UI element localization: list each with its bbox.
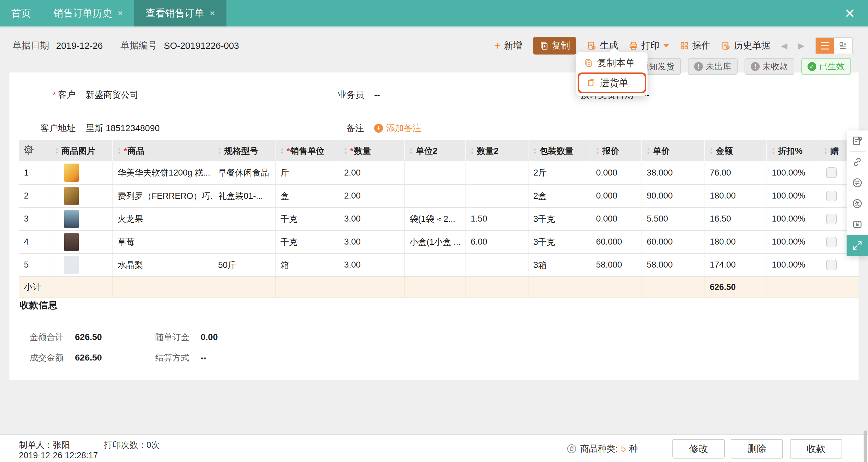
total-amount-label: 金额合计: [30, 331, 64, 343]
sort-arrows-icon[interactable]: ▲▼: [470, 147, 474, 154]
cell-amount: 16.50: [705, 207, 767, 230]
copy-doc-icon: [584, 59, 593, 67]
doc-log-tool[interactable]: [846, 131, 868, 151]
cell-qty: 2.00: [339, 161, 404, 184]
tab-home[interactable]: 首页: [0, 0, 42, 26]
view-toggle: [815, 37, 853, 54]
sort-arrows-icon[interactable]: ▲▼: [595, 147, 600, 154]
cell-quote: 60.000: [591, 230, 642, 253]
tab-home-label: 首页: [11, 7, 31, 20]
created-at-text: 2019-12-26 12:28:17: [19, 451, 98, 460]
cell-image: [50, 230, 113, 253]
sort-arrows-icon[interactable]: ▲▼: [533, 147, 537, 154]
header-quantity2[interactable]: ▲▼数量2: [465, 140, 528, 161]
gift-checkbox[interactable]: [826, 167, 837, 178]
currency-tool[interactable]: ¥: [846, 214, 868, 235]
sort-arrows-icon[interactable]: ▲▼: [280, 147, 284, 154]
modify-button[interactable]: 修改: [673, 439, 725, 459]
header-unit2[interactable]: ▲▼单位2: [404, 140, 465, 161]
row-number: 3: [19, 207, 50, 230]
tab-close-icon[interactable]: ×: [118, 8, 123, 18]
exchange-circle-icon: [851, 177, 863, 189]
product-kinds-value: 5: [621, 444, 626, 454]
table-row: 4 草莓 千克 3.00 小盒(1小盒 ... 6.00 3千克 60.000 …: [19, 230, 859, 253]
tab-sales-order-history[interactable]: 销售订单历史 ×: [42, 0, 134, 26]
cell-unit: 斤: [275, 161, 339, 184]
sort-arrows-icon[interactable]: ▲▼: [824, 147, 828, 154]
product-image[interactable]: [64, 233, 79, 251]
sort-arrows-icon[interactable]: ▲▼: [117, 147, 121, 154]
gift-checkbox[interactable]: [826, 214, 837, 224]
cell-unit: 千克: [275, 207, 339, 230]
header-quote[interactable]: ▲▼报价: [591, 140, 642, 161]
status-badge-effective: ✓ 已生效: [801, 58, 851, 75]
cell-qty: 3.00: [339, 230, 404, 253]
customer-value[interactable]: 新盛商贸公司: [86, 89, 138, 101]
copy-button[interactable]: 复制: [533, 37, 576, 55]
menu-item-copy-this-order[interactable]: 复制本单: [576, 54, 648, 72]
next-doc-arrow[interactable]: ▶: [798, 41, 804, 51]
header-amount[interactable]: ▲▼金额: [705, 140, 767, 161]
remark-field: 备注 + 添加备注: [326, 122, 422, 134]
product-image[interactable]: [64, 164, 79, 182]
tab-close-icon[interactable]: ×: [210, 8, 215, 18]
vertical-scrollbar[interactable]: [864, 431, 867, 462]
sort-arrows-icon[interactable]: ▲▼: [709, 147, 713, 154]
gift-checkbox[interactable]: [826, 237, 837, 248]
column-settings-header[interactable]: [19, 140, 50, 161]
header-product-image[interactable]: ▲▼商品图片: [50, 140, 113, 161]
toolbar-actions: + 新增 复制 生成 打印: [494, 37, 853, 55]
related-docs-tool[interactable]: [846, 152, 868, 172]
product-image[interactable]: [64, 210, 79, 228]
transfer-tool[interactable]: [846, 172, 868, 193]
header-package-qty[interactable]: ▲▼包装数量: [528, 140, 591, 161]
operate-button[interactable]: 操作: [680, 39, 711, 52]
debt-circle-icon: 欠: [851, 198, 863, 209]
header-quantity[interactable]: ▲▼数量: [339, 140, 404, 161]
order-detail-panel: 客户 新盛商贸公司 业务员 -- 预计交货日期 -- 客户地址 里斯 18512…: [9, 73, 859, 380]
gift-checkbox[interactable]: [826, 260, 837, 270]
menu-item-purchase-order[interactable]: 进货单: [579, 74, 645, 92]
print-dropdown-caret-icon[interactable]: [663, 44, 669, 47]
sort-arrows-icon[interactable]: ▲▼: [409, 147, 413, 154]
cell-unit2: [404, 161, 465, 184]
prev-doc-arrow[interactable]: ◀: [781, 41, 787, 51]
product-image[interactable]: [64, 187, 79, 205]
header-product[interactable]: ▲▼商品: [113, 140, 213, 161]
history-docs-button[interactable]: 历史单据: [721, 39, 770, 52]
header-discount[interactable]: ▲▼折扣%: [767, 140, 819, 161]
tab-view-sales-order[interactable]: 查看销售订单 ×: [134, 0, 226, 26]
debt-tool[interactable]: 欠: [846, 193, 868, 214]
close-icon[interactable]: ✕: [844, 0, 856, 26]
cell-package-qty: 2盒: [528, 184, 591, 207]
list-view-button[interactable]: [816, 38, 834, 54]
expand-tool[interactable]: [846, 235, 868, 256]
cell-amount: 174.00: [705, 253, 767, 277]
header-sales-unit[interactable]: ▲▼销售单位: [275, 140, 339, 161]
svg-text:欠: 欠: [855, 201, 860, 206]
deal-amount-field: 成交金额 626.50: [30, 352, 102, 363]
sort-arrows-icon[interactable]: ▲▼: [646, 147, 650, 154]
cell-unit-price: 58.000: [642, 253, 705, 277]
print-button[interactable]: 打印: [629, 39, 669, 52]
add-remark-link[interactable]: + 添加备注: [374, 122, 422, 134]
add-label: 新增: [504, 39, 522, 52]
add-button[interactable]: + 新增: [494, 39, 522, 52]
table-row: 3 火龙果 千克 3.00 袋(1袋 ≈ 2... 1.50 3千克 0.000…: [19, 207, 859, 230]
sort-arrows-icon[interactable]: ▲▼: [55, 147, 59, 154]
delete-button[interactable]: 删除: [731, 439, 783, 459]
cell-spec: 早餐休闲食品: [213, 161, 275, 184]
status-badges: ! 未通知发货 ! 未出库 ! 未收款 ✓ 已生效: [614, 58, 851, 75]
gift-checkbox[interactable]: [826, 191, 837, 201]
link-icon: [851, 156, 863, 168]
card-view-button[interactable]: [834, 38, 852, 54]
deal-amount-value: 626.50: [75, 353, 102, 363]
receive-payment-button[interactable]: 收款: [790, 439, 842, 459]
product-image[interactable]: [64, 256, 79, 274]
sort-arrows-icon[interactable]: ▲▼: [771, 147, 775, 154]
header-unit-price[interactable]: ▲▼单价: [642, 140, 705, 161]
sort-arrows-icon[interactable]: ▲▼: [344, 147, 348, 154]
sort-arrows-icon[interactable]: ▲▼: [218, 147, 222, 154]
header-spec[interactable]: ▲▼规格型号: [213, 140, 275, 161]
cell-amount: 180.00: [705, 184, 767, 207]
